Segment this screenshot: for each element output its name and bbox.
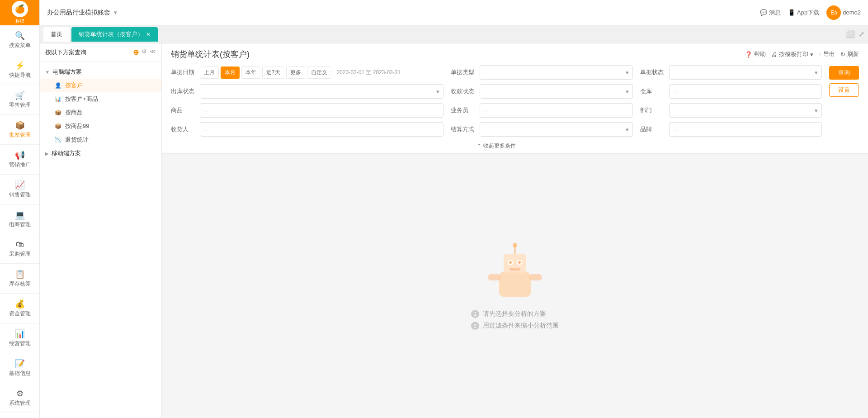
- settings-scheme-btn[interactable]: ⚙: [142, 48, 147, 57]
- sidebar-item-basics[interactable]: 📝 基础信息: [0, 353, 39, 383]
- goods-label: 商品: [171, 106, 196, 114]
- sidebar-item-operations[interactable]: 📊 经营管理: [0, 323, 39, 353]
- filter-department: 部门 ▾: [640, 103, 822, 118]
- export-btn[interactable]: ↑ 导出: [819, 50, 835, 58]
- collapse-up-icon: ⌃: [477, 143, 481, 149]
- doc-status-select[interactable]: ▾: [669, 65, 822, 80]
- sidebar-item-enterprise[interactable]: 🤝 企业协同: [0, 413, 39, 418]
- sidebar-item-finance[interactable]: 💰 资金管理: [0, 294, 39, 323]
- sidebar-item-ecommerce[interactable]: 💻 电商管理: [0, 204, 39, 234]
- page-actions: ❓ 帮助 🖨 按模板打印 ▾ ↑ 导出 ↻: [745, 50, 859, 58]
- scheme-item-by-goods-label: 按商品: [65, 109, 83, 117]
- scheme-group-mobile-title[interactable]: ▶ 移动端方案: [40, 147, 161, 160]
- sidebar-menu: 🔍 搜索菜单 ⚡ 快捷导航 🛒 零售管理 📦 批发管理 📢 营销推广 📈 销售管…: [0, 25, 39, 418]
- department-arrow: ▾: [815, 107, 818, 114]
- settings-btn[interactable]: 设置: [829, 83, 859, 97]
- out-status-label: 出库状态: [171, 87, 196, 95]
- sidebar-item-marketing[interactable]: 📢 营销推广: [0, 145, 39, 175]
- warehouse-input[interactable]: ···: [669, 84, 822, 99]
- sidebar-item-wholesale-label: 批发管理: [0, 131, 39, 139]
- filter-row-1: 单据日期 上月 本月 本年 近7天 更多 自定义 2023-03-01 至 20…: [171, 65, 822, 80]
- out-status-select[interactable]: ▾: [200, 84, 443, 99]
- sidebar-item-basics-label: 基础信息: [0, 370, 39, 377]
- scheme-item-by-goods[interactable]: 📦 按商品: [40, 106, 161, 119]
- scheme-group-desktop: ▼ 电脑端方案 👤 按客户 📊 按客户+商品 📦 按商品: [40, 65, 161, 147]
- scheme-item-by-customer[interactable]: 👤 按客户: [40, 79, 161, 92]
- purchase-icon: 🛍: [0, 240, 39, 249]
- collapse-btn[interactable]: ⌃ 收起更多条件: [171, 138, 822, 153]
- user-avatar: Ea: [826, 5, 841, 20]
- tab-home[interactable]: 首页: [43, 27, 70, 42]
- goods99-scheme-icon: 📦: [54, 123, 61, 130]
- filter-brand: 品牌 ···: [640, 122, 822, 137]
- date-btn-last-7[interactable]: 近7天: [262, 66, 284, 79]
- date-btn-custom[interactable]: 自定义: [307, 66, 331, 79]
- download-icon: 📱: [788, 9, 795, 16]
- help-btn[interactable]: ❓ 帮助: [745, 50, 766, 58]
- collapse-scheme-btn[interactable]: ≪: [150, 48, 156, 57]
- tab-sales-stats[interactable]: 销货单统计表（按客户） ✕: [71, 27, 158, 42]
- scheme-group-desktop-title[interactable]: ▼ 电脑端方案: [40, 65, 161, 79]
- sidebar-item-retail[interactable]: 🛒 零售管理: [0, 85, 39, 115]
- desktop-group-label: 电脑端方案: [52, 68, 82, 76]
- consignee-input[interactable]: ···: [200, 122, 443, 137]
- sidebar-item-quick-nav[interactable]: ⚡ 快捷导航: [0, 55, 39, 85]
- doc-type-select[interactable]: ▾: [480, 65, 632, 80]
- ecommerce-icon: 💻: [0, 210, 39, 220]
- date-btn-this-year[interactable]: 本年: [241, 66, 260, 79]
- customer-goods-scheme-icon: 📊: [54, 95, 61, 103]
- doc-type-arrow: ▾: [626, 69, 629, 76]
- sidebar-item-sales[interactable]: 📈 销售管理: [0, 175, 39, 204]
- mobile-group-label: 移动端方案: [52, 149, 81, 157]
- svg-point-5: [518, 261, 521, 264]
- svg-rect-0: [499, 272, 531, 297]
- tab-close-btn[interactable]: ✕: [146, 31, 151, 38]
- goods-input[interactable]: ···: [200, 103, 443, 118]
- filter-warehouse: 仓库 ···: [640, 84, 822, 99]
- user-menu[interactable]: Ea demo2: [826, 5, 861, 20]
- scheme-item-by-goods-99[interactable]: 📦 按商品99: [40, 119, 161, 133]
- receipt-status-select[interactable]: ▾: [480, 84, 632, 99]
- page-title-row: 销货单统计表(按客户) ❓ 帮助 🖨 按模板打印 ▾ ↑: [171, 49, 859, 60]
- basics-icon: 📝: [0, 359, 39, 369]
- warehouse-label: 仓库: [640, 87, 665, 95]
- department-select[interactable]: ▾: [669, 103, 822, 118]
- payment-select[interactable]: ▾: [480, 122, 632, 137]
- sidebar-item-search[interactable]: 🔍 搜索菜单: [0, 25, 39, 55]
- empty-tip-1-text: 请先选择要分析的方案: [483, 310, 546, 318]
- empty-state: 1 请先选择要分析的方案 2 用过滤条件来缩小分析范围: [162, 154, 868, 418]
- scheme-item-by-customer-goods[interactable]: 📊 按客户+商品: [40, 92, 161, 106]
- filter-goods: 商品 ···: [171, 103, 443, 118]
- sidebar-item-wholesale[interactable]: 📦 批发管理: [0, 115, 39, 145]
- sidebar-item-system[interactable]: ⚙ 系统管理: [0, 383, 39, 413]
- tab-minimize-icon[interactable]: ⬜: [846, 30, 855, 38]
- date-btn-this-month[interactable]: 本月: [221, 66, 240, 79]
- app-download-btn[interactable]: 📱 App下载: [788, 9, 819, 17]
- receipt-status-arrow: ▾: [626, 88, 629, 95]
- query-btn[interactable]: 查询: [829, 66, 859, 80]
- date-btn-more[interactable]: 更多: [286, 66, 305, 79]
- operations-icon: 📊: [0, 329, 39, 339]
- desktop-group-arrow: ▼: [45, 70, 50, 75]
- brand-label: 品牌: [640, 125, 665, 133]
- salesperson-input[interactable]: ···: [480, 103, 632, 118]
- add-scheme-btn[interactable]: ⊕: [133, 48, 139, 57]
- sidebar-item-purchase[interactable]: 🛍 采购管理: [0, 234, 39, 264]
- filter-area: 单据日期 上月 本月 本年 近7天 更多 自定义 2023-03-01 至 20…: [171, 65, 859, 153]
- tab-bar: 首页 销货单统计表（按客户） ✕ ⬜ ⤢: [40, 25, 868, 43]
- filter-consignee: 收货人 ···: [171, 122, 443, 137]
- date-range: 2023-03-01 至 2023-03-31: [337, 69, 401, 76]
- scheme-item-by-goods-99-label: 按商品99: [65, 122, 89, 130]
- header-dropdown-icon[interactable]: ▾: [114, 9, 117, 16]
- date-btn-last-month[interactable]: 上月: [200, 66, 219, 79]
- sidebar-item-inventory[interactable]: 📋 库存核算: [0, 264, 39, 294]
- refresh-btn[interactable]: ↻ 刷新: [840, 50, 859, 58]
- scheme-item-return-stats[interactable]: 📉 退货统计: [40, 133, 161, 147]
- tab-maximize-icon[interactable]: ⤢: [859, 30, 864, 38]
- messages-btn[interactable]: 💬 消息: [760, 9, 781, 17]
- app-logo: 🍊 标橙: [0, 0, 39, 25]
- page-header: 销货单统计表(按客户) ❓ 帮助 🖨 按模板打印 ▾ ↑: [162, 43, 868, 154]
- print-btn[interactable]: 🖨 按模板打印 ▾: [771, 50, 813, 58]
- brand-input[interactable]: ···: [669, 122, 822, 137]
- filter-row-3: 商品 ··· 业务员 ···: [171, 103, 822, 118]
